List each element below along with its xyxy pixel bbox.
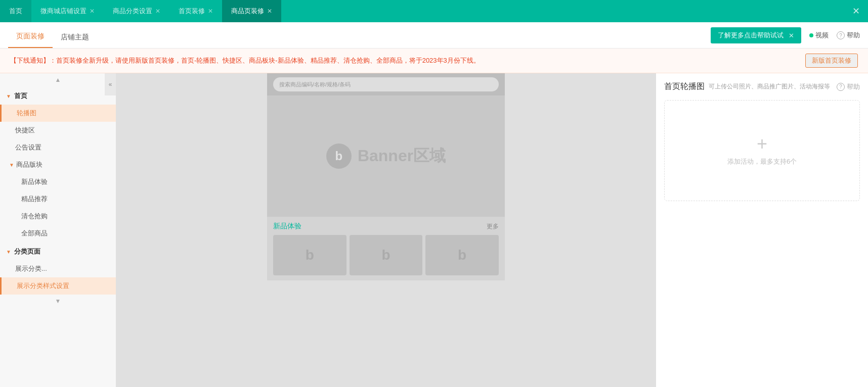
preview-phone: 搜索商品编码/名称/规格/条码 b Banner区域: [267, 73, 505, 387]
banner-logo: b Banner区域: [326, 143, 446, 169]
tab-home[interactable]: 首页: [0, 0, 31, 22]
preview-section-header: 新品体验 更多: [273, 222, 499, 231]
header-tools-right: 了解更多点击帮助试试 ✕ 视频 ? 帮助: [711, 22, 860, 49]
sidebar-subsection-product-block[interactable]: ▼ 商品版块: [0, 156, 116, 173]
sidebar-item-new-experience[interactable]: 新品体验: [0, 173, 116, 190]
add-image-area[interactable]: + 添加活动，最多支持6个: [664, 100, 860, 201]
preview-products-grid: b b b: [273, 235, 499, 275]
preview-product-card-3: b: [425, 235, 499, 275]
sidebar-scroll-up[interactable]: ▲: [0, 73, 116, 86]
add-image-label: 添加活动，最多支持6个: [727, 157, 797, 166]
tab-bar: 首页 微商城店铺设置 ✕ 商品分类设置 ✕ 首页装修 ✕ 商品页装修 ✕ ✕: [0, 0, 868, 22]
sidebar-item-all-products[interactable]: 全部商品: [0, 225, 116, 242]
tab-close-product-decor[interactable]: ✕: [267, 8, 272, 15]
sub-tab-store-theme[interactable]: 店铺主题: [53, 27, 97, 48]
new-homepage-decor-button[interactable]: 新版首页装修: [805, 54, 858, 68]
right-panel-desc: 可上传公司照片、商品推广图片、活动海报等: [709, 82, 830, 91]
tab-close-category-settings[interactable]: ✕: [155, 8, 160, 15]
preview-product-section: 新品体验 更多 b b b: [267, 217, 505, 280]
notice-bar: 【下线通知】：首页装修全新升级，请使用新版首页装修，首页-轮播图、快捷区、商品板…: [0, 49, 868, 73]
sidebar-item-shortcuts[interactable]: 快捷区: [0, 122, 116, 139]
sidebar-item-clearance[interactable]: 清仓抢购: [0, 208, 116, 225]
helper-banner-close[interactable]: ✕: [789, 32, 794, 39]
help-circle-icon: ?: [837, 31, 845, 39]
sidebar-section-home[interactable]: ▼ 首页: [0, 86, 116, 105]
tab-product-decor[interactable]: 商品页装修 ✕: [222, 0, 281, 22]
help-tool[interactable]: ? 帮助: [837, 31, 860, 40]
sub-header: 页面装修 店铺主题 了解更多点击帮助试试 ✕ 视频 ? 帮助: [0, 22, 868, 49]
video-tool[interactable]: 视频: [809, 31, 829, 40]
preview-section-more: 更多: [487, 222, 499, 231]
tab-close-homepage-decor[interactable]: ✕: [208, 8, 213, 15]
right-panel-header: 首页轮播图 可上传公司照片、商品推广图片、活动海报等 ? 帮助: [664, 81, 860, 92]
sidebar-scroll-down[interactable]: ▼: [0, 295, 116, 308]
tab-store-settings[interactable]: 微商城店铺设置 ✕: [31, 0, 104, 22]
preview-banner[interactable]: b Banner区域: [267, 95, 505, 217]
sidebar: ▲ « ▼ 首页 轮播图 快捷区 公告设置 ▼ 商品版块 新品体验 精品推荐 清…: [0, 73, 116, 387]
preview-area: 搜索商品编码/名称/规格/条码 b Banner区域: [116, 73, 656, 387]
sidebar-item-featured[interactable]: 精品推荐: [0, 190, 116, 208]
sidebar-collapse-button[interactable]: «: [105, 73, 116, 95]
add-plus-icon: +: [757, 135, 767, 153]
preview-search-input[interactable]: 搜索商品编码/名称/规格/条码: [273, 77, 499, 91]
notice-text: 【下线通知】：首页装修全新升级，请使用新版首页装修，首页-轮播图、快捷区、商品板…: [10, 56, 480, 65]
preview-section-title: 新品体验: [273, 222, 301, 231]
preview-product-card-1: b: [273, 235, 346, 275]
sidebar-section-category[interactable]: ▼ 分类页面: [0, 242, 116, 260]
banner-area-text: Banner区域: [358, 145, 446, 167]
preview-product-card-2: b: [350, 235, 423, 275]
main-area: ▲ « ▼ 首页 轮播图 快捷区 公告设置 ▼ 商品版块 新品体验 精品推荐 清…: [0, 73, 868, 387]
tab-category-settings[interactable]: 商品分类设置 ✕: [104, 0, 169, 22]
preview-search-bar: 搜索商品编码/名称/规格/条码: [267, 73, 505, 95]
sidebar-item-show-category[interactable]: 展示分类...: [0, 260, 116, 277]
tab-close-store-settings[interactable]: ✕: [90, 8, 95, 15]
right-panel-title: 首页轮播图: [664, 81, 705, 92]
product-block-arrow-icon: ▼: [9, 162, 14, 168]
panel-help-icon: ?: [837, 83, 845, 91]
helper-banner: 了解更多点击帮助试试 ✕: [711, 27, 801, 43]
right-panel-help-button[interactable]: ? 帮助: [837, 82, 860, 91]
home-arrow-icon: ▼: [6, 93, 11, 99]
category-arrow-icon: ▼: [6, 249, 11, 255]
window-close-button[interactable]: ✕: [844, 6, 868, 17]
sidebar-item-banner[interactable]: 轮播图: [0, 105, 116, 122]
sidebar-item-category-style[interactable]: 展示分类样式设置: [0, 277, 116, 295]
sidebar-item-notice[interactable]: 公告设置: [0, 139, 116, 156]
banner-logo-icon: b: [326, 143, 352, 169]
tab-homepage-decor[interactable]: 首页装修 ✕: [169, 0, 222, 22]
right-panel: 首页轮播图 可上传公司照片、商品推广图片、活动海报等 ? 帮助 + 添加活动，最…: [656, 73, 868, 387]
dot-icon: [809, 33, 813, 37]
sub-tab-page-decor[interactable]: 页面装修: [8, 26, 53, 48]
